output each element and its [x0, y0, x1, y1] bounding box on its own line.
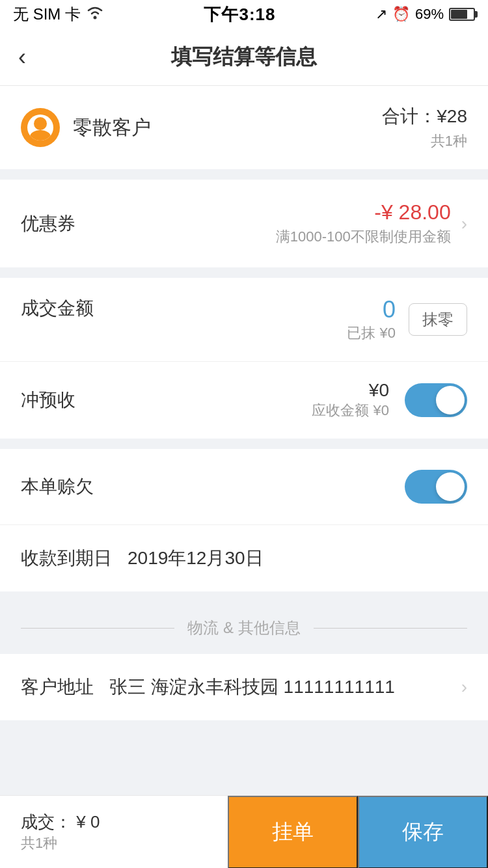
status-bar: 无 SIM 卡 下午3:18 ↗ ⏰ 69% — [0, 0, 488, 29]
content-area: 零散客户 合计：¥28 共1种 优惠券 -¥ 28.00 满1000-100不限… — [0, 86, 488, 868]
deal-value: 0 — [347, 296, 396, 323]
page-title: 填写结算等信息 — [171, 43, 317, 72]
total-count: 共1种 — [382, 131, 467, 151]
section-divider: 物流 & 其他信息 — [0, 602, 488, 654]
credit-toggle[interactable] — [405, 470, 467, 504]
location-icon: ↗ — [375, 6, 387, 23]
avatar-icon — [27, 115, 53, 141]
customer-row: 零散客户 合计：¥28 共1种 — [0, 86, 488, 169]
chevron-right-icon: › — [461, 213, 467, 234]
bottom-count: 共1种 — [21, 834, 207, 853]
deal-sub: 已抹 ¥0 — [347, 323, 396, 343]
divider-text: 物流 & 其他信息 — [174, 617, 313, 638]
hang-button[interactable]: 挂单 — [228, 796, 358, 869]
round-button[interactable]: 抹零 — [409, 303, 467, 336]
address-row[interactable]: 客户地址 张三 海淀永丰科技园 11111111111 › — [0, 654, 488, 720]
bottom-bar: 成交： ¥ 0 共1种 挂单 保存 — [0, 795, 488, 868]
credit-row: 本单赊欠 — [0, 449, 488, 524]
address-value: 张三 海淀永丰科技园 11111111111 — [109, 675, 461, 699]
prepay-toggle[interactable] — [405, 383, 467, 417]
bottom-deal-label: 成交： — [21, 812, 72, 832]
credit-label: 本单赊欠 — [21, 474, 94, 499]
bottom-deal-text: 成交： ¥ 0 — [21, 811, 207, 834]
avatar — [21, 108, 60, 147]
due-date-row: 收款到期日 2019年12月30日 — [0, 524, 488, 591]
prepay-sub: 应收金额 ¥0 — [312, 401, 389, 420]
coupon-row[interactable]: 优惠券 -¥ 28.00 满1000-100不限制使用金额 › — [0, 180, 488, 267]
prepay-col: ¥0 应收金额 ¥0 — [312, 380, 389, 420]
prepay-amount: ¥0 — [312, 380, 389, 401]
coupon-sub: 满1000-100不限制使用金额 — [276, 227, 451, 247]
total-amount: 合计：¥28 — [382, 104, 467, 129]
credit-toggle-knob — [436, 472, 465, 501]
back-button[interactable]: ‹ — [18, 44, 26, 71]
bottom-summary: 成交： ¥ 0 共1种 — [0, 811, 228, 853]
customer-name: 零散客户 — [73, 115, 151, 141]
save-button[interactable]: 保存 — [358, 796, 488, 869]
nav-bar: ‹ 填写结算等信息 — [0, 29, 488, 86]
toggle-knob — [436, 386, 465, 414]
wifi-icon — [86, 5, 104, 23]
battery-percent: 69% — [415, 6, 444, 23]
address-chevron-icon: › — [461, 677, 467, 698]
alarm-icon: ⏰ — [392, 6, 410, 23]
coupon-section: 优惠券 -¥ 28.00 满1000-100不限制使用金额 › — [0, 180, 488, 267]
address-section: 客户地址 张三 海淀永丰科技园 11111111111 › — [0, 654, 488, 720]
status-time: 下午3:18 — [204, 3, 275, 26]
deal-amount-row: 成交金额 0 已抹 ¥0 抹零 — [0, 278, 488, 362]
due-date-value: 2019年12月30日 — [128, 546, 264, 571]
svg-point-0 — [94, 16, 97, 20]
bottom-deal-value: ¥ 0 — [76, 812, 100, 832]
divider-line-left — [21, 628, 174, 629]
due-date-label: 收款到期日 — [21, 546, 112, 571]
coupon-value: -¥ 28.00 — [276, 200, 451, 224]
customer-section: 零散客户 合计：¥28 共1种 — [0, 86, 488, 169]
deal-right: 0 已抹 ¥0 抹零 — [347, 296, 467, 343]
coupon-right: -¥ 28.00 满1000-100不限制使用金额 › — [276, 200, 467, 247]
prepay-row: 冲预收 ¥0 应收金额 ¥0 — [0, 362, 488, 439]
battery-icon — [449, 8, 475, 21]
prepay-label: 冲预收 — [21, 388, 75, 413]
prepay-right: ¥0 应收金额 ¥0 — [312, 380, 467, 420]
address-label: 客户地址 — [21, 675, 94, 699]
status-left: 无 SIM 卡 — [13, 4, 104, 25]
deal-section: 成交金额 0 已抹 ¥0 抹零 冲预收 ¥0 应收金额 ¥0 — [0, 278, 488, 439]
coupon-label: 优惠券 — [21, 211, 75, 236]
carrier-text: 无 SIM 卡 — [13, 4, 81, 25]
deal-amount-col: 0 已抹 ¥0 — [347, 296, 396, 343]
status-right: ↗ ⏰ 69% — [375, 6, 475, 23]
coupon-value-col: -¥ 28.00 满1000-100不限制使用金额 — [276, 200, 451, 247]
deal-amount-label: 成交金额 — [21, 296, 94, 321]
credit-section: 本单赊欠 收款到期日 2019年12月30日 — [0, 449, 488, 591]
divider-line-right — [314, 628, 467, 629]
customer-total: 合计：¥28 共1种 — [382, 104, 467, 151]
customer-left: 零散客户 — [21, 108, 151, 147]
